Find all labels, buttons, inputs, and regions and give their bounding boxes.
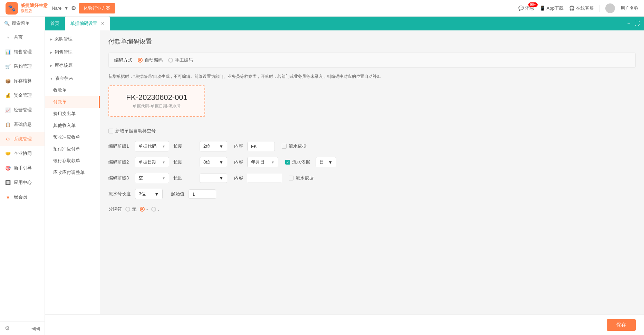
sec-group-purchase-label: 采购管理 <box>55 36 73 42</box>
sidebar-item-enterprise[interactable]: 🤝 企业协同 <box>0 146 45 161</box>
sidebar-item-appstore[interactable]: 🔲 应用中心 <box>0 175 45 190</box>
content3-input[interactable] <box>247 174 282 183</box>
sidebar-item-home[interactable]: ⌂ 首页 <box>0 30 45 45</box>
sep-dot-option[interactable]: . <box>151 207 159 212</box>
sec-item-payment[interactable]: 付款单 <box>45 96 100 108</box>
sec-item-prepay-payable[interactable]: 预付冲应付单 <box>45 143 100 155</box>
sec-item-bank[interactable]: 银行存取款单 <box>45 155 100 167</box>
prefix2-label: 编码前缀2 <box>108 159 131 165</box>
length3-select[interactable]: ▼ <box>200 174 227 183</box>
length2-dropdown-icon: ▼ <box>219 160 223 165</box>
flow1-checkbox[interactable] <box>282 144 287 149</box>
flow2-checkbox[interactable]: ✓ <box>285 160 290 165</box>
sidebar-item-guide[interactable]: 🎯 新手引导 <box>0 161 45 175</box>
length2-select[interactable]: 8位 ▼ <box>200 157 227 167</box>
minimize-icon[interactable]: － <box>626 20 632 27</box>
sec-group-sales-label: 销售管理 <box>55 49 73 55</box>
left-sidebar: 🔍 搜索菜单 ⌂ 首页 📊 销售管理 🛒 采购管理 📦 库存核算 💰 资金管理 … <box>0 17 45 335</box>
sep-dot-radio[interactable] <box>151 207 156 212</box>
content-wrapper: ▶ 采购管理 ▶ 销售管理 ▶ 库存核算 <box>45 30 644 314</box>
sec-group-inventory-label: 库存核算 <box>55 62 73 68</box>
logo-text-area: 畅捷通好生意 旗舰版 <box>21 3 48 13</box>
sidebar-item-vip[interactable]: V 畅会员 <box>0 190 45 204</box>
sep-dot-label: . <box>158 207 159 212</box>
prefix1-dropdown-icon: ▼ <box>162 145 165 148</box>
settings-button[interactable]: ⚙ <box>71 5 76 11</box>
sep-none-option[interactable]: 无 <box>125 206 136 212</box>
trial-button[interactable]: 体验行业方案 <box>79 3 115 13</box>
sidebar-item-system-label: 系统管理 <box>14 136 32 142</box>
message-action[interactable]: 💬 消息 99+ <box>518 5 534 11</box>
tab-close-icon[interactable]: ✕ <box>101 21 104 26</box>
collapse-icon[interactable]: ◀◀ <box>31 325 40 332</box>
sep-dash-radio[interactable] <box>140 207 145 212</box>
auto-fill-label: 新增单据自动补空号 <box>115 128 156 134</box>
length3-dropdown-icon: ▼ <box>219 176 223 181</box>
sec-group-sales-title[interactable]: ▶ 销售管理 <box>45 46 100 58</box>
tab-home[interactable]: 首页 <box>45 17 65 30</box>
prefix1-select[interactable]: 单据代码 ▼ <box>135 141 169 151</box>
sidebar-item-basic[interactable]: 📋 基础信息 <box>0 117 45 132</box>
sec-item-other-income[interactable]: 其他收入单 <box>45 120 100 131</box>
start-value-input[interactable] <box>189 189 216 199</box>
sec-item-expense[interactable]: 费用支出单 <box>45 108 100 120</box>
search-menu[interactable]: 🔍 搜索菜单 <box>0 17 45 30</box>
auto-encode-option[interactable]: 自动编码 <box>138 57 163 63</box>
auto-encode-radio[interactable] <box>138 58 143 63</box>
message-icon: 💬 <box>518 6 524 11</box>
inventory-icon: 📦 <box>5 78 11 84</box>
prefix2-select[interactable]: 单据日期 ▼ <box>135 157 169 167</box>
expand-icon[interactable]: ⛶ <box>634 20 640 27</box>
day-select[interactable]: 日 ▼ <box>316 157 336 167</box>
prefix3-row: 编码前缀3 空 ▼ 长度 ▼ 内容 流水依据 <box>108 173 636 183</box>
sec-group-purchase-title[interactable]: ▶ 采购管理 <box>45 33 100 45</box>
tab-bar-right: － ⛶ <box>626 20 644 27</box>
sidebar-item-purchase[interactable]: 🛒 采购管理 <box>0 59 45 74</box>
manual-encode-option[interactable]: 手工编码 <box>168 57 193 63</box>
serial-length-value: 3位 <box>139 191 146 197</box>
purchase-icon: 🛒 <box>5 63 11 69</box>
sep-none-radio[interactable] <box>125 207 130 212</box>
code-preview-value: FK-20230602-001 <box>119 93 194 102</box>
sec-item-prepay-receivable[interactable]: 预收冲应收单 <box>45 131 100 143</box>
length1-select[interactable]: 2位 ▼ <box>200 141 227 151</box>
content1-input[interactable] <box>247 142 275 151</box>
home-icon: ⌂ <box>5 34 11 40</box>
code-preview-format: 单据代码-单据日期-流水号 <box>119 103 194 109</box>
sec-group-finance-title[interactable]: ▼ 资金往来 <box>45 73 100 84</box>
sidebar-item-finance[interactable]: 💰 资金管理 <box>0 88 45 103</box>
content3-label: 内容 <box>234 175 243 181</box>
sidebar-item-system[interactable]: ⚙ 系统管理 <box>0 132 45 146</box>
sec-group-inventory-title[interactable]: ▶ 库存核算 <box>45 59 100 71</box>
sec-item-receipt[interactable]: 收款单 <box>45 84 100 96</box>
flow3-checkbox[interactable] <box>289 176 294 180</box>
sec-group-finance: ▼ 资金往来 收款单 付款单 费用支出单 其他收入单 预收冲应收单 预付冲应付单… <box>45 73 100 178</box>
sidebar-item-vip-label: 畅会员 <box>14 194 27 200</box>
manual-encode-radio[interactable] <box>168 58 173 63</box>
sidebar-item-home-label: 首页 <box>14 34 23 40</box>
right-area: 首页 单据编码设置 ✕ － ⛶ ▶ 采购管理 <box>45 17 644 335</box>
sidebar-item-inventory[interactable]: 📦 库存核算 <box>0 74 45 88</box>
content2-select[interactable]: 年月日 ▼ <box>247 157 278 167</box>
prefix1-row: 编码前缀1 单据代码 ▼ 长度 2位 ▼ 内容 流水依据 <box>108 141 636 151</box>
online-service-action[interactable]: 🎧 在线客服 <box>569 5 594 11</box>
sidebar-item-sales[interactable]: 📊 销售管理 <box>0 45 45 59</box>
code-preview-box: FK-20230602-001 单据代码-单据日期-流水号 <box>108 85 205 117</box>
tab-encode-settings[interactable]: 单据编码设置 ✕ <box>65 17 110 30</box>
settings-bottom-icon[interactable]: ⚙ <box>5 325 10 332</box>
sep-dash-radio-inner <box>141 208 143 210</box>
info-text: 新增单据时，*单据编码*自动生成，不可编辑。前缀设置为部门、业务员等档案类，开单… <box>108 73 636 80</box>
prefix3-select-value: 空 <box>138 175 143 181</box>
sep-dash-option[interactable]: - <box>140 207 148 212</box>
sidebar-item-sales-label: 销售管理 <box>14 49 32 55</box>
sec-item-adjustment[interactable]: 应收应付调整单 <box>45 167 100 178</box>
sidebar-item-operation[interactable]: 📈 经营管理 <box>0 103 45 117</box>
prefix3-select[interactable]: 空 ▼ <box>135 173 169 183</box>
app-download-action[interactable]: 📱 App下载 <box>540 5 564 11</box>
auto-fill-checkbox[interactable] <box>108 129 113 133</box>
main-content: 付款单编码设置 编码方式 自动编码 手工编码 <box>100 30 644 314</box>
company-dropdown-button[interactable]: ▼ <box>64 6 68 11</box>
serial-length-select[interactable]: 3位 ▼ <box>135 189 163 199</box>
save-button[interactable]: 保存 <box>607 319 636 331</box>
length2-value: 8位 <box>203 159 210 165</box>
